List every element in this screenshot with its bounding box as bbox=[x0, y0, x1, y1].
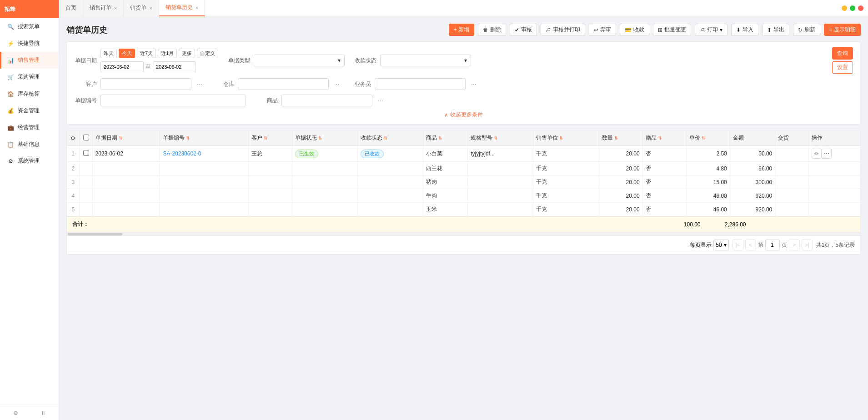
cell-spec: tyjyjtyjdf... bbox=[468, 146, 533, 162]
print-button[interactable]: 🖨 打印 ▾ bbox=[695, 24, 728, 36]
col-collect-status[interactable]: 收款状态⇅ bbox=[358, 130, 423, 146]
sort-date-icon: ⇅ bbox=[119, 135, 122, 140]
approve-print-button[interactable]: 🖨 审核并打印 bbox=[541, 24, 585, 36]
cell-gift: 否 bbox=[642, 146, 686, 162]
warehouse-input[interactable] bbox=[238, 78, 329, 90]
settings-filter-button[interactable]: 设置 bbox=[832, 61, 853, 74]
collect-status-badge: 已收款 bbox=[361, 150, 384, 158]
collect-status-select[interactable]: ▾ bbox=[380, 55, 471, 66]
staff-dots-btn[interactable]: ··· bbox=[471, 80, 477, 88]
sidebar-item-operations-mgmt[interactable]: 💼 经营管理 bbox=[0, 119, 59, 136]
col-price[interactable]: 单价⇅ bbox=[686, 130, 730, 146]
sidebar-item-inventory[interactable]: 🏠 库存核算 bbox=[0, 85, 59, 102]
date-btn-custom[interactable]: 自定义 bbox=[197, 49, 218, 58]
first-page-button[interactable]: |< bbox=[733, 240, 743, 250]
col-customer[interactable]: 客户⇅ bbox=[248, 130, 292, 146]
page-size-value: 50 bbox=[716, 242, 722, 248]
page-number-input[interactable] bbox=[765, 240, 780, 250]
col-qty[interactable]: 数量⇅ bbox=[599, 130, 642, 146]
warehouse-dots-btn[interactable]: ··· bbox=[334, 80, 340, 88]
tab-sales-delivery[interactable]: 销货单 × bbox=[124, 0, 159, 16]
col-unit[interactable]: 销售单位⇅ bbox=[533, 130, 599, 146]
data-table-wrap: ⚙ 单据日期⇅ 单据编号⇅ 客户⇅ bbox=[66, 130, 861, 255]
cell-unit: 千克 bbox=[533, 203, 599, 216]
settings-bottom-icon[interactable]: ⚙ bbox=[4, 410, 28, 416]
goods-dots-btn[interactable]: ··· bbox=[378, 97, 383, 104]
row-checkbox[interactable] bbox=[83, 150, 89, 156]
date-btn-today[interactable]: 今天 bbox=[119, 49, 135, 58]
cell-collect-status bbox=[358, 162, 423, 175]
op-more-button[interactable]: ⋯ bbox=[822, 149, 832, 159]
date-btn-yesterday[interactable]: 昨天 bbox=[100, 49, 117, 58]
table-header-row: ⚙ 单据日期⇅ 单据编号⇅ 客户⇅ bbox=[67, 130, 860, 146]
sidebar: 拓蜂 🔍 搜索菜单 ⚡ 快捷导航 📊 销售管理 🛒 采购管理 🏠 库存核算 💰 … bbox=[0, 0, 59, 420]
new-button[interactable]: + 新增 bbox=[449, 24, 474, 36]
last-page-button[interactable]: >| bbox=[802, 240, 813, 250]
scroll-thumb[interactable] bbox=[68, 233, 122, 235]
cell-qty: 20.00 bbox=[599, 146, 642, 162]
col-doc-status[interactable]: 单据状态⇅ bbox=[292, 130, 357, 146]
import-button[interactable]: ⬇ 导入 bbox=[731, 24, 758, 36]
cell-goods: 玉米 bbox=[423, 203, 468, 216]
date-from-input[interactable] bbox=[100, 61, 144, 72]
col-goods[interactable]: 商品⇅ bbox=[423, 130, 468, 146]
tab-home[interactable]: 首页 bbox=[59, 0, 83, 16]
tab-sales-order-close[interactable]: × bbox=[114, 5, 117, 11]
date-btn-7days[interactable]: 近7天 bbox=[137, 49, 156, 58]
col-doc-no[interactable]: 单据编号⇅ bbox=[160, 130, 248, 146]
col-date[interactable]: 单据日期⇅ bbox=[92, 130, 160, 146]
export-button[interactable]: ⬆ 导出 bbox=[762, 24, 789, 36]
date-btn-1month[interactable]: 近1月 bbox=[158, 49, 177, 58]
date-shortcuts: 昨天 今天 近7天 近1月 更多 自定义 bbox=[100, 49, 218, 58]
col-spec[interactable]: 规格型号⇅ bbox=[468, 130, 533, 146]
select-all-checkbox[interactable] bbox=[83, 135, 89, 140]
prev-page-button[interactable]: < bbox=[745, 240, 756, 250]
staff-input[interactable] bbox=[375, 78, 466, 90]
sidebar-bottom: ⚙ ⏸ bbox=[0, 406, 59, 420]
page-size-dropdown[interactable]: 50 ▾ bbox=[713, 240, 728, 250]
sidebar-item-system-mgmt[interactable]: ⚙ 系统管理 bbox=[0, 153, 59, 170]
batch-change-button[interactable]: ⊞ 批量变更 bbox=[653, 24, 691, 36]
page-unit: 页 bbox=[782, 241, 787, 249]
approve-button[interactable]: ✔ 审核 bbox=[510, 24, 537, 36]
date-to-input[interactable] bbox=[153, 61, 196, 72]
pause-bottom-icon[interactable]: ⏸ bbox=[31, 410, 55, 416]
customer-dots-btn[interactable]: ··· bbox=[197, 80, 202, 88]
show-detail-button[interactable]: ≡ 显示明细 bbox=[824, 24, 861, 36]
minimize-button[interactable] bbox=[842, 5, 847, 11]
sidebar-item-sales-mgmt[interactable]: 📊 销售管理 bbox=[0, 52, 59, 69]
next-page-button[interactable]: > bbox=[789, 240, 800, 250]
collapse-btn[interactable]: ∧ 收起更多条件 bbox=[74, 111, 853, 119]
horizontal-scrollbar[interactable] bbox=[67, 232, 860, 235]
sidebar-item-search-menu[interactable]: 🔍 搜索菜单 bbox=[0, 18, 59, 35]
maximize-button[interactable] bbox=[850, 5, 855, 11]
close-button[interactable] bbox=[858, 5, 863, 11]
sidebar-item-finance-mgmt[interactable]: 💰 资金管理 bbox=[0, 102, 59, 119]
query-button[interactable]: 查询 bbox=[832, 47, 853, 60]
sidebar-item-basic-info[interactable]: 📋 基础信息 bbox=[0, 136, 59, 153]
op-edit-button[interactable]: ✏ bbox=[812, 149, 822, 159]
sidebar-item-purchase-mgmt[interactable]: 🛒 采购管理 bbox=[0, 69, 59, 85]
goods-input[interactable] bbox=[281, 95, 372, 106]
customer-input[interactable] bbox=[100, 78, 191, 90]
date-btn-more[interactable]: 更多 bbox=[179, 49, 195, 58]
cell-rownum: 4 bbox=[67, 189, 80, 203]
refresh-button[interactable]: ↻ 刷新 bbox=[793, 24, 820, 36]
abandon-button[interactable]: ↩ 弃审 bbox=[589, 24, 616, 36]
tab-sales-history-close[interactable]: × bbox=[196, 5, 198, 10]
tab-sales-history[interactable]: 销货单历史 × bbox=[159, 0, 205, 16]
collect-status-dropdown-icon: ▾ bbox=[464, 57, 467, 64]
tab-sales-order[interactable]: 销售订单 × bbox=[83, 0, 124, 16]
filter-date: 单据日期 昨天 今天 近7天 近1月 更多 自定义 bbox=[74, 49, 218, 72]
delete-button[interactable]: 🗑 删除 bbox=[478, 24, 506, 36]
collect-button[interactable]: 💳 收款 bbox=[620, 24, 649, 36]
page-size-selector: 每页显示 50 ▾ bbox=[690, 240, 728, 250]
col-gift[interactable]: 赠品⇅ bbox=[642, 130, 686, 146]
doc-type-select[interactable]: ▾ bbox=[254, 55, 345, 66]
table-row: 2 西兰花 千克 20.00 否 4.80 96.00 bbox=[67, 162, 860, 175]
sidebar-item-quick-nav[interactable]: ⚡ 快捷导航 bbox=[0, 35, 59, 52]
doc-no-input[interactable] bbox=[100, 95, 246, 106]
col-settings[interactable]: ⚙ bbox=[67, 130, 80, 146]
cell-checkbox bbox=[80, 175, 92, 189]
tab-sales-delivery-close[interactable]: × bbox=[149, 5, 152, 11]
